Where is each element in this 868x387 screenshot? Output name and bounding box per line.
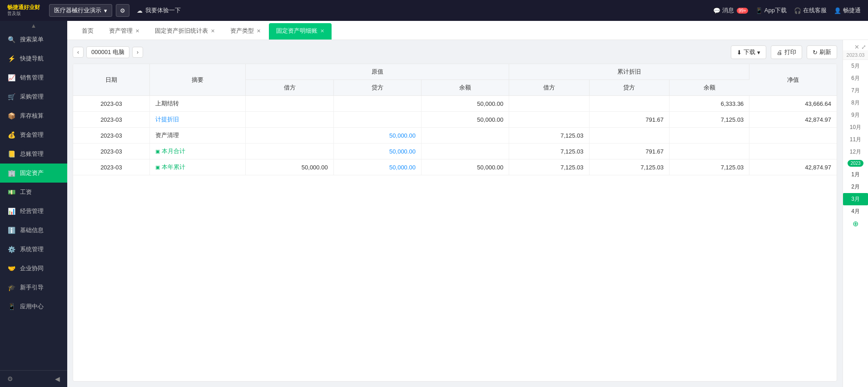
timeline-month-4[interactable]: 4月 <box>843 205 868 218</box>
timeline-month-12[interactable]: 12月 <box>843 146 868 158</box>
sidebar-label-fixed-assets: 固定资产 <box>20 169 44 177</box>
sidebar-label-search: 搜索菜单 <box>20 35 44 44</box>
sidebar-label-inventory: 库存核算 <box>20 112 44 120</box>
table-container: 日期 摘要 原值 累计折旧 净值 借方 贷方 余额 借方 <box>73 64 837 382</box>
sales-icon: 📈 <box>7 74 15 82</box>
tab-depreciation-stats[interactable]: 固定资产折旧统计表 ✕ <box>148 23 222 40</box>
sidebar-item-app-center[interactable]: 📱 应用中心 <box>0 297 67 316</box>
sidebar-label-sales: 销售管理 <box>20 74 44 82</box>
th-dep-balance: 余额 <box>669 80 749 96</box>
tab-asset-ledger[interactable]: 固定资产明细账 ✕ <box>269 23 332 40</box>
print-btn[interactable]: 🖨 打印 <box>771 45 802 59</box>
search-icon: 🔍 <box>7 35 15 44</box>
payroll-icon: 💵 <box>7 188 15 196</box>
quick-nav-icon: ⚡ <box>7 55 15 63</box>
timeline-month-5[interactable]: 5月 <box>843 60 868 72</box>
sidebar-settings-icon[interactable]: ⚙ <box>7 375 13 382</box>
sidebar-item-ledger[interactable]: 📒 总账管理 <box>0 144 67 164</box>
nav-row: ‹ 000001 电脑 › <box>73 46 143 58</box>
table-row: 2023-03上期结转50,000.006,333.3643,666.64 <box>73 96 837 112</box>
tab-close-asset-mgmt[interactable]: ✕ <box>135 28 139 34</box>
top-header: 畅捷通好业财 普及版 医疗器械行业演示 ▾ ⚙ ☁ 我要体验一下 💬 消息 99… <box>0 0 868 21</box>
message-action[interactable]: 💬 消息 99+ <box>713 6 748 15</box>
timeline-close-btn[interactable]: ✕ <box>854 44 859 50</box>
prev-btn[interactable]: ‹ <box>73 47 84 58</box>
next-btn[interactable]: › <box>132 47 143 58</box>
sidebar-item-operations[interactable]: 📊 经营管理 <box>0 202 67 221</box>
purchase-icon: 🛒 <box>7 93 15 101</box>
sidebar-label-cooperation: 企业协同 <box>20 264 44 273</box>
settings-btn[interactable]: ⚙ <box>116 4 129 17</box>
app-logo-area: 畅捷通好业财 普及版 <box>7 4 40 17</box>
sidebar-item-cooperation[interactable]: 🤝 企业协同 <box>0 259 67 278</box>
sidebar-item-sales[interactable]: 📈 销售管理 <box>0 68 67 87</box>
th-original-value: 原值 <box>246 64 509 80</box>
sidebar-label-system: 系统管理 <box>20 245 44 253</box>
action-btns: ⬇ 下载 ▾ 🖨 打印 ↻ 刷新 <box>731 45 837 59</box>
timeline-down-icon[interactable]: ⊕ <box>853 219 858 228</box>
tab-close-asset-ledger[interactable]: ✕ <box>320 28 324 34</box>
tab-close-asset-type[interactable]: ✕ <box>257 28 261 34</box>
sidebar-item-inventory[interactable]: 📦 库存核算 <box>0 106 67 125</box>
basic-info-icon: ℹ️ <box>7 226 15 234</box>
tab-home[interactable]: 首页 <box>74 23 101 40</box>
th-orig-balance: 余额 <box>421 80 509 96</box>
ledger-area: ‹ 000001 电脑 › ⬇ 下载 ▾ 🖨 打印 <box>67 40 843 387</box>
fixed-assets-icon: 🏢 <box>7 169 15 177</box>
sidebar-item-purchase[interactable]: 🛒 采购管理 <box>0 87 67 106</box>
timeline-month-2[interactable]: 2月 <box>843 181 868 193</box>
sidebar-item-guide[interactable]: 🎓 新手引导 <box>0 278 67 297</box>
timeline-month-7[interactable]: 7月 <box>843 84 868 97</box>
th-accumulated-dep: 累计折旧 <box>509 64 749 80</box>
sidebar-collapse-icon[interactable]: ◀ <box>55 375 60 382</box>
timeline-month-8[interactable]: 8月 <box>843 97 868 109</box>
content-area: 首页 资产管理 ✕ 固定资产折旧统计表 ✕ 资产类型 ✕ 固定资产明细账 ✕ <box>67 21 868 387</box>
sidebar-item-basic-info[interactable]: ℹ️ 基础信息 <box>0 221 67 240</box>
tab-asset-mgmt[interactable]: 资产管理 ✕ <box>102 23 147 40</box>
download-icon: ⬇ <box>737 49 742 56</box>
timeline-month-9[interactable]: 9月 <box>843 109 868 121</box>
timeline-year-top: 2023.03 <box>843 50 868 60</box>
sidebar-label-basic-info: 基础信息 <box>20 226 44 234</box>
tab-close-depreciation[interactable]: ✕ <box>211 28 215 34</box>
service-icon: 🎧 <box>794 7 801 14</box>
sidebar-item-payroll[interactable]: 💵 工资 <box>0 183 67 202</box>
download-btn[interactable]: ⬇ 下载 ▾ <box>731 45 766 59</box>
sidebar-item-system[interactable]: ⚙️ 系统管理 <box>0 240 67 259</box>
system-icon: ⚙️ <box>7 245 15 253</box>
message-icon: 💬 <box>713 7 720 14</box>
record-id: 000001 电脑 <box>86 46 129 58</box>
company-name: 医疗器械行业演示 <box>54 6 101 15</box>
sidebar-item-quick-nav[interactable]: ⚡ 快捷导航 <box>0 49 67 68</box>
year-2023-badge: 2023 <box>848 160 863 167</box>
timeline-expand-btn[interactable]: ⤢ <box>861 44 866 50</box>
download-icon: 📱 <box>755 7 763 14</box>
timeline-month-11[interactable]: 11月 <box>843 134 868 146</box>
sidebar-item-funds[interactable]: 💰 资金管理 <box>0 125 67 144</box>
sidebar-item-search[interactable]: 🔍 搜索菜单 <box>0 30 67 49</box>
sidebar-scroll-top: ▲ <box>0 21 67 30</box>
company-selector[interactable]: 医疗器械行业演示 ▾ <box>49 4 112 17</box>
timeline-month-1[interactable]: 1月 <box>843 169 868 181</box>
experience-btn[interactable]: ☁ 我要体验一下 <box>133 5 184 16</box>
toolbar-row: ‹ 000001 电脑 › ⬇ 下载 ▾ 🖨 打印 <box>73 45 837 59</box>
funds-icon: 💰 <box>7 131 15 139</box>
app-logo: 畅捷通好业财 普及版 <box>7 4 40 17</box>
th-orig-credit: 贷方 <box>333 80 421 96</box>
sidebar-label-ledger: 总账管理 <box>20 150 44 158</box>
user-action[interactable]: 👤 畅捷通 <box>834 6 861 15</box>
timeline-month-6[interactable]: 6月 <box>843 72 868 84</box>
tab-asset-type[interactable]: 资产类型 ✕ <box>223 23 268 40</box>
refresh-btn[interactable]: ↻ 刷新 <box>807 45 837 59</box>
th-dep-debit: 借方 <box>509 80 589 96</box>
dropdown-icon: ▾ <box>104 7 107 14</box>
app-download-action[interactable]: 📱 App下载 <box>755 6 787 15</box>
sidebar-item-fixed-assets[interactable]: 🏢 固定资产 <box>0 164 67 183</box>
sidebar-label-payroll: 工资 <box>20 188 32 196</box>
main-layout: ▲ 🔍 搜索菜单 ⚡ 快捷导航 📈 销售管理 🛒 采购管理 📦 库存核算 💰 资… <box>0 21 868 387</box>
inventory-icon: 📦 <box>7 112 15 120</box>
timeline-month-3-active[interactable]: 3月 <box>843 193 868 205</box>
online-service-action[interactable]: 🎧 在线客服 <box>794 6 827 15</box>
table-row: 2023-03▣ 本月合计50,000.007,125.03791.67 <box>73 144 837 159</box>
timeline-month-10[interactable]: 10月 <box>843 121 868 134</box>
